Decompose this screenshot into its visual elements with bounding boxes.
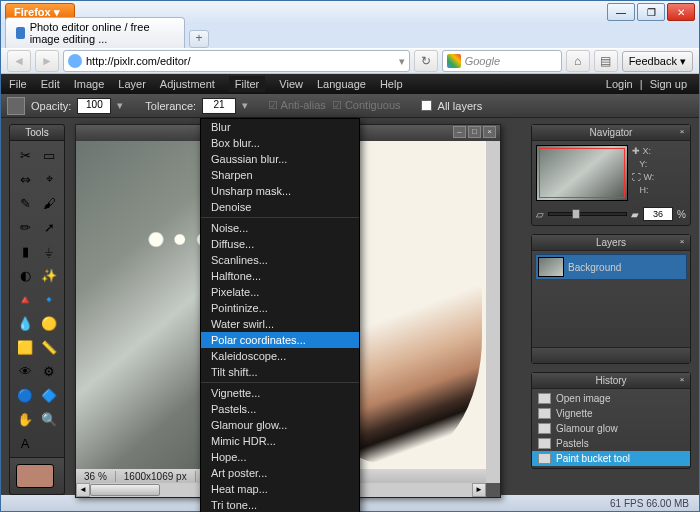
close-button[interactable]: ✕ bbox=[667, 3, 695, 21]
history-item[interactable]: Paint bucket tool bbox=[532, 451, 690, 466]
menu-adjustment[interactable]: Adjustment bbox=[160, 78, 215, 90]
scroll-thumb[interactable] bbox=[90, 484, 160, 496]
menu-language[interactable]: Language bbox=[317, 78, 366, 90]
layer-row[interactable]: Background bbox=[535, 254, 687, 280]
tool-button[interactable]: ✋ bbox=[15, 409, 35, 429]
tool-button[interactable]: 💧 bbox=[15, 313, 35, 333]
tool-button[interactable]: ◐ bbox=[15, 265, 35, 285]
filter-menu-item[interactable]: Heat map... bbox=[201, 481, 359, 497]
filter-menu-dropdown[interactable]: BlurBox blur...Gaussian blur...SharpenUn… bbox=[200, 118, 360, 512]
zoom-out-icon[interactable]: ▱ bbox=[536, 209, 544, 220]
filter-menu-item[interactable]: Blur bbox=[201, 119, 359, 135]
filter-menu-item[interactable]: Unsharp mask... bbox=[201, 183, 359, 199]
menu-file[interactable]: File bbox=[9, 78, 27, 90]
filter-menu-item[interactable]: Vignette... bbox=[201, 385, 359, 401]
history-item[interactable]: Pastels bbox=[532, 436, 690, 451]
scroll-right-button[interactable]: ► bbox=[472, 483, 486, 497]
layers-toolbar[interactable] bbox=[532, 347, 690, 363]
bookmarks-button[interactable]: ▤ bbox=[594, 50, 618, 72]
tool-button[interactable]: ➚ bbox=[39, 217, 59, 237]
zoom-slider[interactable] bbox=[548, 212, 627, 216]
tool-button[interactable]: ✎ bbox=[15, 193, 35, 213]
tool-button[interactable]: 🔺 bbox=[15, 289, 35, 309]
back-button[interactable]: ◄ bbox=[7, 50, 31, 72]
filter-menu-item[interactable]: Halftone... bbox=[201, 268, 359, 284]
tool-button[interactable]: 📏 bbox=[39, 337, 59, 357]
menu-image[interactable]: Image bbox=[74, 78, 105, 90]
doc-close-button[interactable]: × bbox=[483, 126, 496, 138]
vertical-scrollbar[interactable] bbox=[486, 141, 500, 483]
tool-button[interactable]: ✂ bbox=[15, 145, 35, 165]
search-box[interactable]: Google bbox=[442, 50, 562, 72]
reload-button[interactable]: ↻ bbox=[414, 50, 438, 72]
filter-menu-item[interactable]: Pixelate... bbox=[201, 284, 359, 300]
tool-button[interactable]: 🔹 bbox=[39, 289, 59, 309]
scroll-left-button[interactable]: ◄ bbox=[76, 483, 90, 497]
filter-menu-item[interactable]: Denoise bbox=[201, 199, 359, 215]
browser-tab[interactable]: Photo editor online / free image editing… bbox=[5, 17, 185, 48]
signup-link[interactable]: Sign up bbox=[650, 78, 687, 90]
filter-menu-item[interactable]: Water swirl... bbox=[201, 316, 359, 332]
menu-filter[interactable]: Filter bbox=[229, 76, 265, 92]
new-tab-button[interactable]: + bbox=[189, 30, 209, 48]
forward-button[interactable]: ► bbox=[35, 50, 59, 72]
zoom-value[interactable]: 36 bbox=[643, 207, 673, 221]
tool-button[interactable]: 🔍 bbox=[39, 409, 59, 429]
tool-button[interactable]: ⏚ bbox=[39, 241, 59, 261]
tool-button[interactable]: ✨ bbox=[39, 265, 59, 285]
url-bar[interactable]: http://pixlr.com/editor/ ▾ bbox=[63, 50, 410, 72]
home-button[interactable]: ⌂ bbox=[566, 50, 590, 72]
tool-button[interactable] bbox=[39, 433, 59, 453]
doc-min-button[interactable]: – bbox=[453, 126, 466, 138]
contiguous-check[interactable]: ☑ Contiguous bbox=[332, 99, 401, 112]
login-link[interactable]: Login bbox=[606, 78, 633, 90]
filter-menu-item[interactable]: Tri tone... bbox=[201, 497, 359, 512]
tool-button[interactable]: 🟨 bbox=[15, 337, 35, 357]
opacity-input[interactable]: 100 bbox=[77, 98, 111, 114]
tool-button[interactable]: 🟡 bbox=[39, 313, 59, 333]
history-item[interactable]: Vignette bbox=[532, 406, 690, 421]
tool-button[interactable]: ⌖ bbox=[39, 169, 59, 189]
tolerance-input[interactable]: 21 bbox=[202, 98, 236, 114]
antialias-check[interactable]: ☑ Anti-alias bbox=[268, 99, 326, 112]
feedback-button[interactable]: Feedback ▾ bbox=[622, 51, 693, 72]
tool-button[interactable]: 🔵 bbox=[15, 385, 35, 405]
all-layers-check[interactable] bbox=[421, 100, 432, 111]
close-icon[interactable]: × bbox=[677, 127, 687, 137]
history-item[interactable]: Open image bbox=[532, 391, 690, 406]
filter-menu-item[interactable]: Sharpen bbox=[201, 167, 359, 183]
filter-menu-item[interactable]: Art poster... bbox=[201, 465, 359, 481]
tool-button[interactable]: ▭ bbox=[39, 145, 59, 165]
foreground-color-swatch[interactable] bbox=[16, 464, 54, 488]
menu-edit[interactable]: Edit bbox=[41, 78, 60, 90]
filter-menu-item[interactable]: Hope... bbox=[201, 449, 359, 465]
tool-preset-icon[interactable] bbox=[7, 97, 25, 115]
maximize-button[interactable]: ❐ bbox=[637, 3, 665, 21]
close-icon[interactable]: × bbox=[677, 375, 687, 385]
tool-button[interactable]: ▮ bbox=[15, 241, 35, 261]
doc-max-button[interactable]: □ bbox=[468, 126, 481, 138]
filter-menu-item[interactable]: Noise... bbox=[201, 220, 359, 236]
filter-menu-item[interactable]: Pointinize... bbox=[201, 300, 359, 316]
filter-menu-item[interactable]: Diffuse... bbox=[201, 236, 359, 252]
filter-menu-item[interactable]: Pastels... bbox=[201, 401, 359, 417]
menu-help[interactable]: Help bbox=[380, 78, 403, 90]
filter-menu-item[interactable]: Glamour glow... bbox=[201, 417, 359, 433]
tool-button[interactable]: 👁 bbox=[15, 361, 35, 381]
tool-button[interactable]: ⚙ bbox=[39, 361, 59, 381]
menu-layer[interactable]: Layer bbox=[118, 78, 146, 90]
navigator-thumbnail[interactable] bbox=[536, 145, 628, 201]
tool-button[interactable]: A bbox=[15, 433, 35, 453]
filter-menu-item[interactable]: Gaussian blur... bbox=[201, 151, 359, 167]
zoom-in-icon[interactable]: ▰ bbox=[631, 209, 639, 220]
filter-menu-item[interactable]: Box blur... bbox=[201, 135, 359, 151]
filter-menu-item[interactable]: Scanlines... bbox=[201, 252, 359, 268]
filter-menu-item[interactable]: Tilt shift... bbox=[201, 364, 359, 380]
tool-button[interactable]: 🔷 bbox=[39, 385, 59, 405]
close-icon[interactable]: × bbox=[677, 237, 687, 247]
tool-button[interactable]: ⇔ bbox=[15, 169, 35, 189]
filter-menu-item[interactable]: Kaleidoscope... bbox=[201, 348, 359, 364]
dropdown-icon[interactable]: ▾ bbox=[399, 55, 405, 68]
filter-menu-item[interactable]: Polar coordinates... bbox=[201, 332, 359, 348]
menu-view[interactable]: View bbox=[279, 78, 303, 90]
